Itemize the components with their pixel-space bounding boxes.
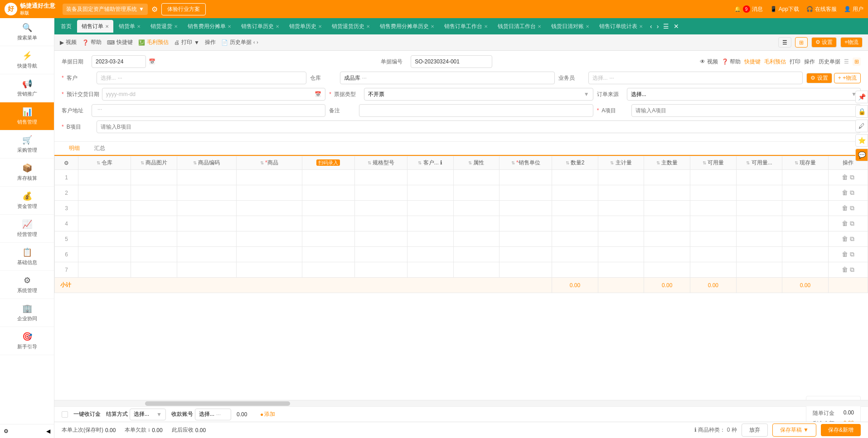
row-unit-3[interactable] [499,201,552,216]
industry-btn[interactable]: 体验行业方案 [161,3,206,15]
sidebar-item-finance[interactable]: 💰 资金管理 [0,187,54,215]
row-unit-5[interactable] [499,231,552,247]
row-custcode-4[interactable] [407,216,453,231]
section-tab-summary[interactable]: 汇总 [87,142,112,155]
grid2-icon[interactable]: ⊞ [853,58,861,66]
delete-icon-2[interactable]: 🗑 [842,189,848,196]
single-date-input[interactable] [92,55,146,68]
row-spec-7[interactable] [354,262,407,278]
tab-close-all-btn[interactable]: ✕ [672,22,681,31]
view-toggle-card[interactable]: ⊞ [795,37,808,48]
row-code-4[interactable] [177,216,236,231]
tab-prev-btn[interactable]: ‹ [648,22,654,31]
row-attr-1[interactable] [453,170,499,185]
float-btn-2[interactable]: 🔒 [855,105,868,118]
operation2-btn[interactable]: 操作 [804,58,815,66]
message-btn[interactable]: 🔔 9 消息 [734,5,763,13]
float-btn-4[interactable]: ⭐ [855,134,868,147]
staff-dots-btn[interactable]: ··· [610,75,614,81]
shortcut2-btn[interactable]: 快捷键 [744,58,761,66]
scroll-area[interactable] [54,400,868,406]
settings-icon[interactable]: ⚙ [151,5,158,14]
payment-method-select[interactable]: 选择... ▼ [130,409,166,420]
row-qty2-2[interactable] [552,185,598,201]
app-download-btn[interactable]: 📱 App下载 [770,5,799,13]
row-custcode-3[interactable] [407,201,453,216]
row-code-6[interactable] [177,247,236,262]
row-spec-2[interactable] [354,185,407,201]
row-qty2-3[interactable] [552,201,598,216]
sidebar-item-ops[interactable]: 📈 经营管理 [0,215,54,243]
save-new-btn[interactable]: 保存&新增 [821,424,861,436]
delete-icon-7[interactable]: 🗑 [842,266,848,273]
user-menu[interactable]: 👤 用户 [844,5,863,13]
row-mainqty-2[interactable] [644,185,690,201]
row-qty2-1[interactable] [552,170,598,185]
row-product-6[interactable] [236,247,302,262]
invoice-type-select[interactable]: 不开票 ▼ [364,88,593,101]
sidebar-item-collab[interactable]: 🏢 企业协同 [0,299,54,327]
sidebar-item-inventory[interactable]: 📦 库存核算 [0,159,54,187]
row-attr-3[interactable] [453,201,499,216]
settings-right-btn[interactable]: ⚙ 设置 [806,73,832,83]
row-code-3[interactable] [177,201,236,216]
tab-fee-split[interactable]: 销售费用分摊单 ✕ [183,20,236,33]
row-attr-6[interactable] [453,247,499,262]
row-mainqty-3[interactable] [644,201,690,216]
float-btn-5[interactable]: 💬 [855,149,868,161]
tab-return-history-close[interactable]: ✕ [366,24,370,29]
row-product-5[interactable] [236,231,302,247]
row-warehouse-6[interactable] [78,247,131,262]
tab-workbench[interactable]: 销售订单工作台 ✕ [440,20,492,33]
tab-sales-order-close[interactable]: ✕ [105,24,109,29]
row-qty2-6[interactable] [552,247,598,262]
copy-icon-5[interactable]: ⧉ [850,235,854,242]
customer-input[interactable]: 选择... ··· [97,72,306,84]
row-mainqty-4[interactable] [644,216,690,231]
row-spec-4[interactable] [354,216,407,231]
addr-dots-btn[interactable]: ··· [97,106,102,112]
tab-home[interactable]: 首页 [56,20,76,33]
add-payment-btn[interactable]: ● 添加 [260,410,275,418]
copy-icon-4[interactable]: ⧉ [850,220,854,227]
sidebar-collapse-icon[interactable]: ◀ [46,428,50,434]
tab-daily-clear[interactable]: 钱货日清工作台 ✕ [493,20,546,33]
row-product-2[interactable] [236,185,302,201]
history-nav-next[interactable]: › [257,40,258,45]
help-btn[interactable]: ❓ 帮助 [82,39,102,46]
row-unit-6[interactable] [499,247,552,262]
row-product-4[interactable] [236,216,302,231]
row-warehouse-4[interactable] [78,216,131,231]
copy-icon-6[interactable]: ⧉ [850,250,854,258]
customer-dots-btn[interactable]: ··· [118,75,122,81]
delete-icon-5[interactable]: 🗑 [842,235,848,242]
one-click-checkbox[interactable] [62,411,68,418]
col-settings[interactable]: ⚙ [55,156,78,170]
a-project-input[interactable] [631,104,861,117]
row-spec-3[interactable] [354,201,407,216]
scroll-thumb[interactable] [145,401,290,406]
add-material-right-btn[interactable]: + +物流 [834,73,861,83]
row-code-2[interactable] [177,185,236,201]
profit-btn[interactable]: 💹 毛利预估 [138,39,169,46]
view-toggle-list[interactable]: ☰ [778,37,791,48]
sidebar-item-purchase[interactable]: 🛒 采购管理 [0,130,54,159]
row-custcode-6[interactable] [407,247,453,262]
delivery-date-input[interactable]: yyyy-mm-dd 📅 [102,88,326,101]
print2-btn[interactable]: 打印 [790,58,800,66]
tab-stats-close[interactable]: ✕ [639,24,643,29]
row-product-7[interactable] [236,262,302,278]
warehouse-dots-btn[interactable]: ··· [362,75,367,81]
row-warehouse-2[interactable] [78,185,131,201]
add-material-btn[interactable]: +物流 [840,37,863,48]
help2-btn[interactable]: ❓ 帮助 [722,58,741,66]
app-selector[interactable]: 装备及固定资产辅助管理系统 ▼ [63,4,148,15]
row-code-1[interactable] [177,170,236,185]
shortcut-btn[interactable]: ⌨ 快捷键 [107,39,133,46]
delivery-calendar-icon[interactable]: 📅 [315,91,321,97]
float-btn-1[interactable]: 📌 [855,91,868,103]
sidebar-item-system[interactable]: ⚙ 系统管理 [0,271,54,299]
row-spec-5[interactable] [354,231,407,247]
row-unit-2[interactable] [499,185,552,201]
sidebar-item-info[interactable]: 📋 基础信息 [0,243,54,271]
